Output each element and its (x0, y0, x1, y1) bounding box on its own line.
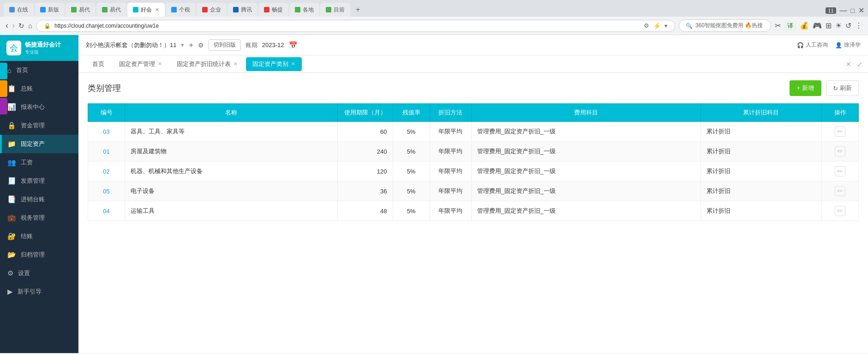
browser-tab-muqian[interactable]: 目前 (320, 3, 350, 17)
browser-tab-yidai1[interactable]: 易代 (66, 3, 96, 17)
back-btn[interactable]: ‹ (6, 21, 8, 30)
grid-icon[interactable]: ⊞ (826, 21, 832, 30)
search-bar[interactable]: 🔍 360智能抠图免费用 🔥热搜 (679, 19, 771, 32)
reload-btn[interactable]: ↻ (18, 22, 24, 30)
user-info[interactable]: 👤 徐泽华 (835, 41, 861, 49)
forward-btn[interactable]: › (12, 21, 15, 30)
game-icon[interactable]: 🎮 (813, 21, 822, 30)
browser-tab-qiye[interactable]: 企业 (197, 3, 227, 17)
close-panel-btn[interactable]: ✕ (846, 60, 851, 68)
dropdown-icon[interactable]: ▾ (664, 23, 667, 29)
sidebar-item-fixed-assets[interactable]: 📁 固定资产 (0, 135, 78, 153)
sidebar-item-payroll[interactable]: 👥 工资 (0, 153, 78, 172)
cell-accum: 累计折旧 (700, 162, 821, 181)
edit-icon[interactable]: ✏ (835, 206, 845, 216)
cell-accum: 累计折旧 (700, 142, 821, 162)
sidebar-item-report[interactable]: 📊 报表中心 (0, 98, 78, 116)
browser-tab-yidai2[interactable]: 易代 (96, 3, 126, 17)
bookmark-icon[interactable]: ⚡ (653, 22, 661, 30)
add-account-btn[interactable]: + (189, 41, 193, 49)
cell-period: 120 (337, 162, 393, 181)
cell-code[interactable]: 01 (88, 142, 125, 162)
browser-tab-changti[interactable]: 畅提 (258, 3, 288, 17)
browser-tab-xinban[interactable]: 新版 (35, 3, 65, 17)
cell-action: ✏ (822, 181, 859, 201)
add-btn[interactable]: + 新增 (790, 80, 821, 96)
user-avatar-icon: 👤 (835, 42, 842, 48)
history-back-icon[interactable]: ↺ (845, 21, 851, 30)
url-display: https://cloud.chanjet.com/accounting/uw1… (54, 23, 640, 29)
top-bar-right: 🎧 人工咨询 👤 徐泽华 (797, 41, 861, 49)
tab-asset-category[interactable]: 固定资产类别 ✕ (246, 57, 302, 71)
logo-text: 畅捷通好会计 (25, 41, 61, 49)
brightness-icon[interactable]: ☀ (835, 21, 842, 30)
chart-icon: 📊 (7, 103, 16, 111)
scissors-icon[interactable]: ✂ (775, 21, 781, 30)
settings-gear-btn[interactable]: ⚙ (198, 42, 204, 49)
edge-icon-1[interactable] (0, 63, 7, 79)
close-tab-1-icon[interactable]: ✕ (158, 61, 162, 67)
cell-expense: 管理费用_固定资产折旧_一级 (471, 162, 700, 181)
edit-icon[interactable]: ✏ (835, 126, 845, 137)
edit-icon[interactable]: ✏ (835, 166, 845, 176)
tab-depreciation-stats[interactable]: 固定资产折旧统计表 ✕ (170, 56, 244, 72)
browser-tab-gesui[interactable]: 个税 (166, 3, 196, 17)
address-bar[interactable]: 🔒 https://cloud.chanjet.com/accounting/u… (36, 20, 675, 32)
sidebar-item-tax[interactable]: 💼 税务管理 (0, 209, 78, 227)
close-tab-icon[interactable]: ✕ (155, 7, 159, 13)
sidebar-item-fund[interactable]: 🔒 资金管理 (0, 116, 78, 135)
browser-tab-active[interactable]: 好会 ✕ (127, 3, 165, 17)
maximize-window-btn[interactable]: □ (851, 7, 855, 14)
cell-expense: 管理费用_固定资产折旧_一级 (471, 122, 700, 142)
refresh-btn[interactable]: ↻ 刷新 (826, 80, 859, 96)
close-window-btn[interactable]: ✕ (858, 6, 864, 15)
edge-icon-2[interactable] (0, 80, 7, 97)
edit-icon[interactable]: ✏ (835, 186, 845, 196)
new-tab-btn[interactable]: + (351, 3, 365, 17)
close-tab-2-icon[interactable]: ✕ (233, 61, 238, 67)
cell-code[interactable]: 04 (88, 201, 125, 221)
close-tab-3-icon[interactable]: ✕ (291, 61, 295, 67)
cell-code[interactable]: 03 (88, 122, 125, 142)
translate-icon[interactable]: 译 (784, 21, 796, 31)
dropdown-arrow[interactable]: ▾ (181, 42, 184, 48)
more-menu-icon[interactable]: ⋮ (855, 21, 862, 30)
home-btn[interactable]: ⌂ (28, 22, 32, 30)
tab-fixed-assets-mgmt[interactable]: 固定资产管理 ✕ (113, 56, 168, 72)
wallet-icon[interactable]: 💰 (800, 21, 809, 30)
sidebar-item-archive[interactable]: 📂 归档管理 (0, 246, 78, 264)
cell-action: ✏ (822, 122, 859, 142)
sidebar-item-invoice[interactable]: 🧾 发票管理 (0, 172, 78, 190)
sidebar-item-home[interactable]: ⌂ 首页 (0, 61, 78, 79)
browser-tab-gedi[interactable]: 各地 (289, 3, 319, 17)
th-period: 使用期限（月） (337, 104, 393, 122)
top-bar: 刘小艳演示帐套（勿删勿动！）11 ▾ + ⚙ 切到旧版 账期 2023-12 📅… (78, 35, 868, 55)
cell-expense: 管理费用_固定资产折旧_一级 (471, 181, 700, 201)
consultant-btn[interactable]: 🎧 人工咨询 (797, 41, 828, 49)
cell-code[interactable]: 05 (88, 181, 125, 201)
sidebar-item-zhangzhang[interactable]: 📋 总账 (0, 79, 78, 98)
browser-tab-zaixin[interactable]: 在线 (4, 3, 34, 17)
edge-icon-3[interactable] (0, 98, 7, 114)
switch-version-btn[interactable]: 切到旧版 (209, 39, 241, 51)
cell-rate: 5% (393, 162, 430, 181)
sidebar-item-close-account[interactable]: 🔐 结账 (0, 227, 78, 246)
cell-expense: 管理费用_固定资产折旧_一级 (471, 201, 700, 221)
calendar-icon[interactable]: 📅 (289, 41, 298, 49)
sidebar-item-ledger[interactable]: 📑 进销台账 (0, 190, 78, 209)
table-row: 03 器具、工具、家具等 60 5% 年限平均 管理费用_固定资产折旧_一级 累… (88, 122, 859, 142)
headset-icon: 🎧 (797, 42, 804, 48)
site-info-icon[interactable]: ⚙ (644, 22, 649, 29)
th-rate: 残值率 (393, 104, 430, 122)
minimize-window-btn[interactable]: — (840, 6, 847, 15)
settings-icon: ⚙ (7, 269, 13, 277)
browser-tab-tengxun[interactable]: 腾讯 (227, 3, 257, 17)
sidebar-item-guide[interactable]: ▶ 新手引导 (0, 282, 78, 301)
edit-icon[interactable]: ✏ (835, 146, 845, 156)
cell-code[interactable]: 02 (88, 162, 125, 181)
expand-panel-btn[interactable]: ⤢ (857, 60, 862, 68)
cell-rate: 5% (393, 181, 430, 201)
sidebar-item-settings[interactable]: ⚙ 设置 (0, 264, 78, 282)
cell-accum: 累计折旧 (700, 181, 821, 201)
tab-home[interactable]: 首页 (86, 56, 111, 72)
